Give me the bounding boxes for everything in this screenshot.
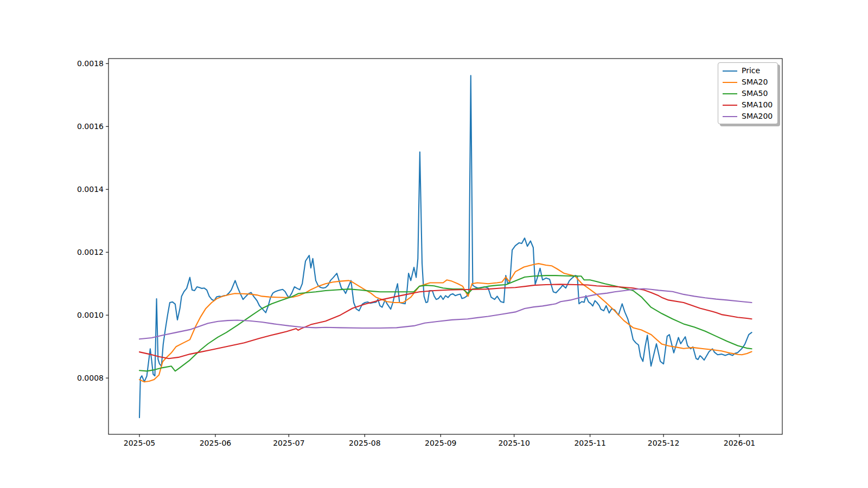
y-tick-label: 0.0018	[77, 59, 104, 68]
legend-line-sample-sma50	[723, 93, 737, 94]
legend-item-sma50: SMA50	[723, 89, 773, 98]
y-tick-label: 0.0010	[77, 311, 104, 319]
legend-line-sample-sma100	[723, 105, 737, 106]
x-tick-label: 2025-09	[425, 439, 457, 447]
legend-item-sma100: SMA100	[723, 101, 773, 109]
x-tick-label: 2025-12	[648, 439, 680, 447]
x-tick-label: 2025-08	[349, 439, 381, 447]
y-tick-label: 0.0012	[77, 248, 104, 256]
legend-label: Price	[742, 67, 760, 75]
legend-item-sma20: SMA20	[723, 78, 773, 86]
legend-line-sample-sma20	[723, 82, 737, 83]
series-line-sma20	[139, 264, 752, 382]
legend-label: SMA20	[742, 78, 768, 86]
x-tick-label: 2025-07	[273, 439, 305, 447]
x-tick-label: 2026-01	[724, 439, 756, 447]
legend: PriceSMA20SMA50SMA100SMA200	[718, 62, 778, 124]
y-tick-label: 0.0008	[77, 374, 104, 382]
x-tick-label: 2025-06	[200, 439, 232, 447]
y-tick-label: 0.0016	[77, 122, 104, 131]
x-tick-label: 2025-11	[574, 439, 606, 447]
legend-label: SMA200	[742, 112, 773, 120]
legend-item-price: Price	[723, 67, 773, 75]
x-tick-label: 2025-05	[124, 439, 156, 447]
legend-item-sma200: SMA200	[723, 112, 773, 120]
series-line-price	[139, 75, 752, 418]
matplotlib-figure: 2025-052025-062025-072025-082025-092025-…	[0, 0, 868, 488]
legend-line-sample-price	[723, 70, 737, 72]
y-tick-label: 0.0014	[77, 185, 104, 194]
y-axis: 0.00080.00100.00120.00140.00160.0018	[77, 59, 108, 382]
legend-label: SMA100	[742, 101, 773, 109]
legend-label: SMA50	[742, 89, 768, 98]
plot-border	[108, 59, 782, 434]
legend-line-sample-sma200	[723, 116, 737, 117]
x-tick-label: 2025-10	[498, 439, 530, 447]
x-axis: 2025-052025-062025-072025-082025-092025-…	[124, 434, 755, 447]
